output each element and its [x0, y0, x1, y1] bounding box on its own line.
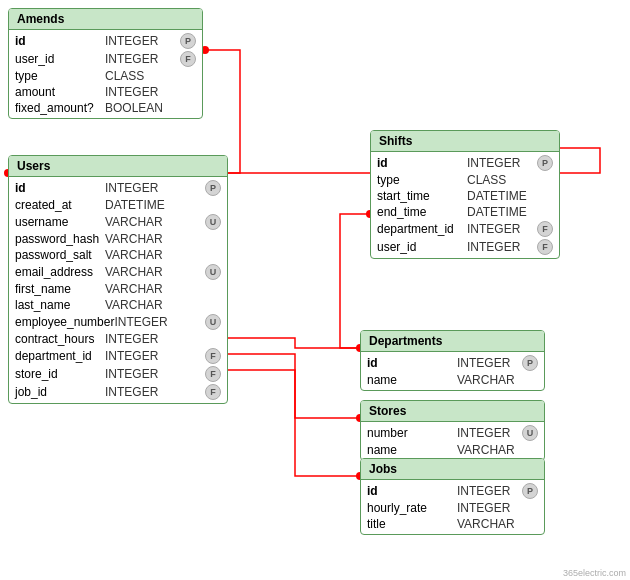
- badge-uk: U: [205, 314, 221, 330]
- col-type: VARCHAR: [105, 215, 201, 229]
- col-type: INTEGER: [105, 52, 176, 66]
- table-departments-header: Departments: [361, 331, 544, 352]
- col-type: BOOLEAN: [105, 101, 196, 115]
- connector-users-stores: [220, 354, 360, 418]
- col-type: VARCHAR: [457, 517, 538, 531]
- table-stores-body: number INTEGER U name VARCHAR: [361, 422, 544, 460]
- table-row: hourly_rate INTEGER: [361, 500, 544, 516]
- col-type: DATETIME: [105, 198, 221, 212]
- table-amends-header: Amends: [9, 9, 202, 30]
- col-type: INTEGER: [105, 181, 201, 195]
- table-users-body: id INTEGER P created_at DATETIME usernam…: [9, 177, 227, 403]
- table-row: department_id INTEGER F: [371, 220, 559, 238]
- badge-fk: F: [205, 366, 221, 382]
- col-type: DATETIME: [467, 189, 553, 203]
- table-departments: Departments id INTEGER P name VARCHAR: [360, 330, 545, 391]
- col-name: department_id: [15, 349, 105, 363]
- col-name: id: [367, 484, 457, 498]
- table-shifts: Shifts id INTEGER P type CLASS start_tim…: [370, 130, 560, 259]
- table-row: title VARCHAR: [361, 516, 544, 532]
- badge-uk: U: [205, 214, 221, 230]
- table-row: store_id INTEGER F: [9, 365, 227, 383]
- col-name: job_id: [15, 385, 105, 399]
- col-type: INTEGER: [457, 501, 538, 515]
- col-type: INTEGER: [457, 426, 518, 440]
- col-name: id: [377, 156, 467, 170]
- table-row: number INTEGER U: [361, 424, 544, 442]
- col-type: INTEGER: [467, 156, 533, 170]
- table-row: type CLASS: [371, 172, 559, 188]
- col-name: name: [367, 373, 457, 387]
- badge-fk: F: [537, 221, 553, 237]
- col-type: INTEGER: [457, 356, 518, 370]
- table-row: id INTEGER P: [361, 354, 544, 372]
- col-type: INTEGER: [105, 85, 196, 99]
- badge-fk: F: [205, 348, 221, 364]
- col-type: INTEGER: [467, 240, 533, 254]
- badge-pk: P: [522, 355, 538, 371]
- table-row: password_salt VARCHAR: [9, 247, 227, 263]
- badge-pk: P: [522, 483, 538, 499]
- watermark: 365electric.com: [563, 568, 626, 578]
- table-row: name VARCHAR: [361, 442, 544, 458]
- col-name: last_name: [15, 298, 105, 312]
- col-name: name: [367, 443, 457, 457]
- table-amends: Amends id INTEGER P user_id INTEGER F ty…: [8, 8, 203, 119]
- col-type: VARCHAR: [457, 373, 538, 387]
- table-shifts-body: id INTEGER P type CLASS start_time DATET…: [371, 152, 559, 258]
- table-row: amount INTEGER: [9, 84, 202, 100]
- col-type: INTEGER: [105, 34, 176, 48]
- table-jobs-body: id INTEGER P hourly_rate INTEGER title V…: [361, 480, 544, 534]
- col-name: amount: [15, 85, 105, 99]
- col-name: created_at: [15, 198, 105, 212]
- col-name: id: [15, 181, 105, 195]
- col-type: INTEGER: [457, 484, 518, 498]
- col-type: VARCHAR: [105, 265, 201, 279]
- table-row: last_name VARCHAR: [9, 297, 227, 313]
- table-users: Users id INTEGER P created_at DATETIME u…: [8, 155, 228, 404]
- col-type: INTEGER: [467, 222, 533, 236]
- col-name: contract_hours: [15, 332, 105, 346]
- table-row: name VARCHAR: [361, 372, 544, 388]
- table-amends-body: id INTEGER P user_id INTEGER F type CLAS…: [9, 30, 202, 118]
- badge-fk: F: [537, 239, 553, 255]
- badge-fk: F: [180, 51, 196, 67]
- badge-pk: P: [205, 180, 221, 196]
- table-row: job_id INTEGER F: [9, 383, 227, 401]
- col-type: INTEGER: [105, 332, 221, 346]
- col-type: INTEGER: [114, 315, 201, 329]
- connector-shifts-departments: [340, 214, 370, 348]
- col-name: email_address: [15, 265, 105, 279]
- col-name: store_id: [15, 367, 105, 381]
- col-name: hourly_rate: [367, 501, 457, 515]
- table-departments-body: id INTEGER P name VARCHAR: [361, 352, 544, 390]
- col-type: DATETIME: [467, 205, 553, 219]
- table-row: user_id INTEGER F: [371, 238, 559, 256]
- col-name: user_id: [15, 52, 105, 66]
- table-row: department_id INTEGER F: [9, 347, 227, 365]
- col-name: end_time: [377, 205, 467, 219]
- col-name: number: [367, 426, 457, 440]
- col-type: CLASS: [467, 173, 553, 187]
- col-type: CLASS: [105, 69, 196, 83]
- table-row: id INTEGER P: [361, 482, 544, 500]
- col-name: department_id: [377, 222, 467, 236]
- table-row: first_name VARCHAR: [9, 281, 227, 297]
- col-type: INTEGER: [105, 385, 201, 399]
- badge-pk: P: [537, 155, 553, 171]
- col-name: type: [15, 69, 105, 83]
- table-jobs-header: Jobs: [361, 459, 544, 480]
- table-row: start_time DATETIME: [371, 188, 559, 204]
- col-type: VARCHAR: [105, 298, 221, 312]
- table-row: created_at DATETIME: [9, 197, 227, 213]
- table-row: id INTEGER P: [9, 32, 202, 50]
- table-shifts-header: Shifts: [371, 131, 559, 152]
- table-stores-header: Stores: [361, 401, 544, 422]
- table-jobs: Jobs id INTEGER P hourly_rate INTEGER ti…: [360, 458, 545, 535]
- connector-users-departments: [220, 338, 360, 348]
- col-name: id: [15, 34, 105, 48]
- col-name: user_id: [377, 240, 467, 254]
- col-name: type: [377, 173, 467, 187]
- table-users-header: Users: [9, 156, 227, 177]
- col-name: username: [15, 215, 105, 229]
